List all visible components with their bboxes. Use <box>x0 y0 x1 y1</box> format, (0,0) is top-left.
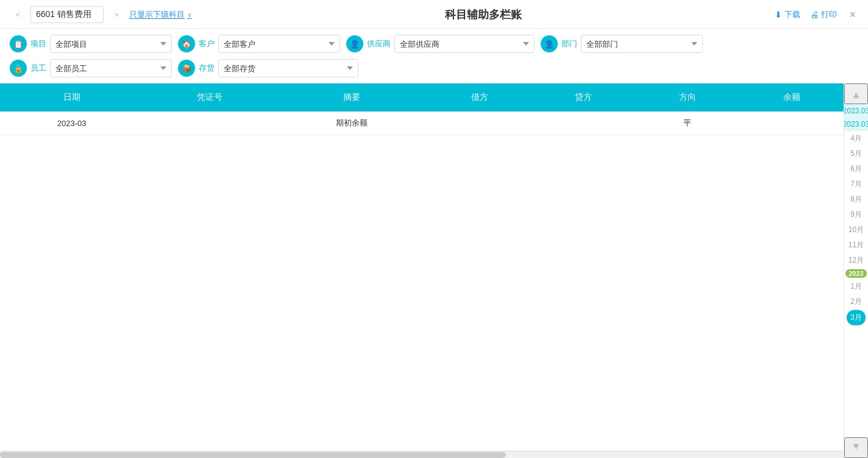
supplier-icon: 👤 <box>346 35 363 52</box>
customer-filter-group: 🏠 客户 全部客户 <box>178 35 340 53</box>
timeline-item[interactable]: 2月 <box>844 294 868 309</box>
scroll-thumb <box>0 452 506 458</box>
timeline-item[interactable]: 8月 <box>844 192 868 207</box>
col-balance: 余额 <box>739 83 844 111</box>
supplier-select[interactable]: 全部供应商 <box>394 35 535 53</box>
timeline-group: 2023.032023.034月5月6月7月8月9月10月11月12月20231… <box>844 104 868 437</box>
page-title: 科目辅助多栏账 <box>192 7 775 22</box>
inventory-label: 存货 <box>199 63 215 74</box>
timeline-panel: ▲ 2023.032023.034月5月6月7月8月9月10月11月12月202… <box>844 83 868 458</box>
department-label: 部门 <box>561 38 577 49</box>
cell-voucher <box>143 111 276 135</box>
download-label: 下载 <box>784 9 800 20</box>
department-icon: 👤 <box>541 35 558 52</box>
timeline-item[interactable]: 5月 <box>844 146 868 161</box>
horizontal-scrollbar[interactable] <box>0 451 844 458</box>
employee-icon: 🔒 <box>10 60 27 77</box>
timeline-item[interactable]: 2023.03 <box>844 118 868 131</box>
main-window: ＜ 6601 销售费用 ＞ 只显示下级科目 ∨ 科目辅助多栏账 ⬇ 下载 🖨 打… <box>0 0 868 458</box>
project-filter-group: 📋 项目 全部项目 <box>10 35 172 53</box>
cell-credit <box>532 111 636 135</box>
col-direction: 方向 <box>636 83 740 111</box>
download-icon: ⬇ <box>775 10 782 19</box>
cell-date: 2023-03 <box>0 111 143 135</box>
print-icon: 🖨 <box>810 10 819 19</box>
cell-summary: 期初余额 <box>276 111 427 135</box>
timeline-item[interactable]: 3月 <box>847 310 866 325</box>
timeline-item[interactable]: 12月 <box>844 253 868 268</box>
filters-bar: 📋 项目 全部项目 🏠 客户 全部客户 👤 供应商 全部供应商 👤 部门 全 <box>0 29 868 83</box>
employee-filter-group: 🔒 员工 全部员工 <box>10 59 172 77</box>
col-voucher: 凭证号 <box>143 83 276 111</box>
timeline-item[interactable]: 7月 <box>844 177 868 192</box>
title-bar: ＜ 6601 销售费用 ＞ 只显示下级科目 ∨ 科目辅助多栏账 ⬇ 下载 🖨 打… <box>0 0 868 29</box>
filter-label: 只显示下级科目 <box>129 9 185 20</box>
main-content: 日期 凭证号 摘要 借方 贷方 方向 余额 2023-03期初余额平 ▲ <box>0 83 868 458</box>
timeline-item[interactable]: 9月 <box>844 207 868 222</box>
inventory-filter-group: 📦 存货 全部存货 <box>178 59 358 77</box>
ledger-table: 日期 凭证号 摘要 借方 贷方 方向 余额 2023-03期初余额平 <box>0 83 844 135</box>
timeline-item[interactable]: 4月 <box>844 131 868 146</box>
print-label: 打印 <box>821 9 837 20</box>
timeline-item[interactable]: 10月 <box>844 222 868 238</box>
cell-balance <box>739 111 844 135</box>
prev-account-btn[interactable]: ＜ <box>10 8 26 21</box>
supplier-label: 供应商 <box>367 38 391 49</box>
table-header-row: 日期 凭证号 摘要 借方 贷方 方向 余额 <box>0 83 844 111</box>
department-filter-group: 👤 部门 全部部门 <box>541 35 703 53</box>
timeline-down-btn[interactable]: ▼ <box>844 437 868 458</box>
next-account-btn[interactable]: ＞ <box>108 8 124 21</box>
print-btn[interactable]: 🖨 打印 <box>810 9 837 20</box>
chevron-down-icon: ∨ <box>187 11 192 19</box>
timeline-year-badge: 2023 <box>844 269 868 278</box>
inventory-icon: 📦 <box>178 60 195 77</box>
close-btn[interactable]: × <box>847 9 858 21</box>
employee-select[interactable]: 全部员工 <box>50 59 172 77</box>
project-icon: 📋 <box>10 35 27 52</box>
timeline-item[interactable]: 1月 <box>844 279 868 294</box>
department-select[interactable]: 全部部门 <box>581 35 703 53</box>
timeline-item[interactable]: 2023.03 <box>844 104 868 118</box>
cell-debit <box>427 111 532 135</box>
inventory-select[interactable]: 全部存货 <box>218 59 358 77</box>
customer-select[interactable]: 全部客户 <box>218 35 340 53</box>
col-date: 日期 <box>0 83 143 111</box>
supplier-filter-group: 👤 供应商 全部供应商 <box>346 35 535 53</box>
timeline-item[interactable]: 11月 <box>844 238 868 253</box>
col-debit: 借方 <box>427 83 532 111</box>
col-credit: 贷方 <box>532 83 636 111</box>
title-bar-right: ⬇ 下载 🖨 打印 × <box>775 9 858 21</box>
employee-label: 员工 <box>30 63 46 74</box>
table-container[interactable]: 日期 凭证号 摘要 借方 贷方 方向 余额 2023-03期初余额平 <box>0 83 844 451</box>
show-sub-accounts-btn[interactable]: 只显示下级科目 ∨ <box>129 9 192 20</box>
download-btn[interactable]: ⬇ 下载 <box>775 9 800 20</box>
customer-icon: 🏠 <box>178 35 195 52</box>
cell-direction: 平 <box>636 111 740 135</box>
customer-label: 客户 <box>199 38 215 49</box>
timeline-item[interactable]: 6月 <box>844 161 868 177</box>
account-code: 6601 销售费用 <box>30 6 104 23</box>
col-summary: 摘要 <box>276 83 427 111</box>
timeline-up-btn[interactable]: ▲ <box>844 83 868 104</box>
table-row: 2023-03期初余额平 <box>0 111 844 135</box>
title-bar-left: ＜ 6601 销售费用 ＞ 只显示下级科目 ∨ <box>10 6 192 23</box>
project-label: 项目 <box>30 38 46 49</box>
project-select[interactable]: 全部项目 <box>50 35 172 53</box>
